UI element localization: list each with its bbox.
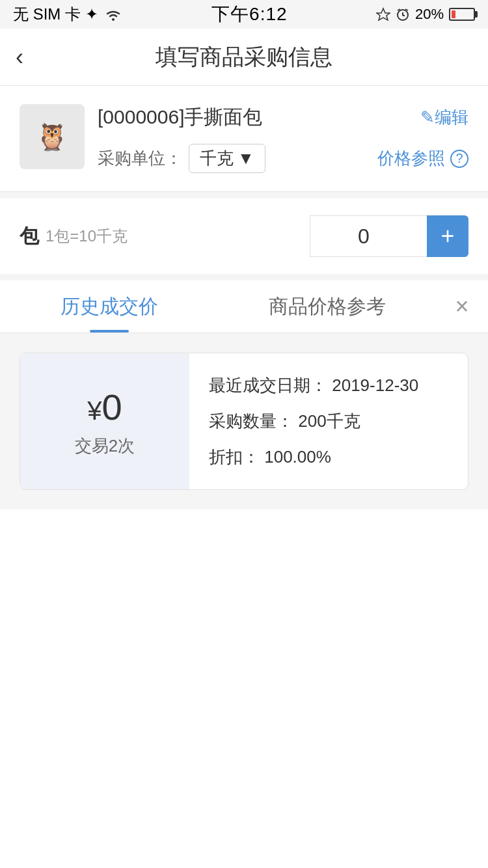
quantity-label: 包 1包=10千克	[20, 223, 128, 250]
tabs-header: 历史成交价 商品价格参考 ×	[0, 280, 488, 332]
quantity-conversion: 1包=10千克	[46, 226, 128, 247]
product-top-row: [0000006]手撕面包 ✎编辑	[98, 104, 468, 131]
recent-date-row: 最近成交日期： 2019-12-30	[209, 373, 448, 398]
tab-product-price-ref[interactable]: 商品价格参考	[218, 280, 436, 332]
price-value: 0	[102, 386, 122, 428]
wifi-icon	[103, 7, 123, 21]
nav-bar: ‹ 填写商品采购信息	[0, 29, 488, 86]
price-card-right: 最近成交日期： 2019-12-30 采购数量： 200千克 折扣： 100.0…	[189, 353, 468, 489]
quantity-input[interactable]	[310, 215, 427, 257]
battery-icon	[449, 8, 475, 21]
tab-close-button[interactable]: ×	[436, 280, 488, 332]
svg-point-0	[112, 18, 115, 21]
discount-value: 100.00%	[264, 447, 331, 467]
quantity-plus-button[interactable]: +	[427, 215, 468, 257]
trade-count: 交易2次	[75, 435, 135, 457]
discount-label: 折扣：	[209, 447, 260, 467]
product-row: 🦉 [0000006]手撕面包 ✎编辑 采购单位： 千克 ▼ 价格参照 ?	[20, 104, 468, 173]
discount-row: 折扣： 100.00%	[209, 444, 448, 470]
currency-symbol: ¥	[87, 396, 102, 426]
quantity-unit: 包	[20, 223, 39, 250]
price-display: ¥ 0	[87, 386, 122, 428]
dropdown-arrow-icon: ▼	[237, 148, 254, 169]
product-info: [0000006]手撕面包 ✎编辑 采购单位： 千克 ▼ 价格参照 ?	[98, 104, 468, 173]
help-icon: ?	[450, 150, 468, 168]
product-thumbnail: 🦉	[20, 104, 85, 169]
tab-active-underline	[90, 330, 129, 332]
unit-label: 采购单位： 千克 ▼	[98, 144, 265, 173]
tab-history-price-label: 历史成交价	[61, 293, 158, 320]
page-title: 填写商品采购信息	[156, 42, 332, 72]
back-button[interactable]: ‹	[16, 44, 23, 71]
product-section: 🦉 [0000006]手撕面包 ✎编辑 采购单位： 千克 ▼ 价格参照 ?	[0, 86, 488, 192]
tab-history-price[interactable]: 历史成交价	[0, 280, 218, 332]
recent-date-label: 最近成交日期：	[209, 375, 327, 395]
price-ref-label: 价格参照	[377, 147, 445, 170]
tabs-section: 历史成交价 商品价格参考 ×	[0, 280, 488, 333]
quantity-section: 包 1包=10千克 +	[0, 192, 488, 280]
product-image-icon: 🦉	[36, 122, 68, 152]
purchase-qty-row: 采购数量： 200千克	[209, 409, 448, 434]
product-unit-row: 采购单位： 千克 ▼ 价格参照 ?	[98, 144, 468, 173]
alarm-icon	[396, 7, 410, 21]
unit-value: 千克	[200, 147, 234, 170]
battery-percent: 20%	[415, 6, 444, 23]
product-name: [0000006]手撕面包	[98, 104, 262, 131]
status-bar: 无 SIM 卡 ✦ 下午6:12 20%	[0, 0, 488, 29]
edit-button[interactable]: ✎编辑	[420, 106, 468, 129]
price-content: ¥ 0 交易2次 最近成交日期： 2019-12-30 采购数量： 200千克 …	[0, 333, 488, 509]
bottom-space	[0, 509, 488, 868]
battery-fill	[452, 10, 455, 18]
purchase-qty-value: 200千克	[298, 411, 360, 431]
price-reference-button[interactable]: 价格参照 ?	[377, 147, 468, 170]
unit-select-dropdown[interactable]: 千克 ▼	[189, 144, 265, 173]
unit-label-text: 采购单位：	[98, 147, 182, 170]
price-card: ¥ 0 交易2次 最近成交日期： 2019-12-30 采购数量： 200千克 …	[20, 353, 468, 490]
location-icon	[376, 7, 390, 21]
quantity-input-row: +	[310, 215, 468, 257]
recent-date-value: 2019-12-30	[332, 375, 418, 395]
status-right: 20%	[376, 6, 475, 23]
price-card-left: ¥ 0 交易2次	[20, 353, 189, 489]
purchase-qty-label: 采购数量：	[209, 411, 293, 431]
tab-product-price-ref-label: 商品价格参考	[269, 293, 386, 320]
status-left: 无 SIM 卡 ✦	[13, 4, 123, 25]
status-time: 下午6:12	[211, 2, 288, 27]
no-sim-text: 无 SIM 卡 ✦	[13, 4, 98, 25]
